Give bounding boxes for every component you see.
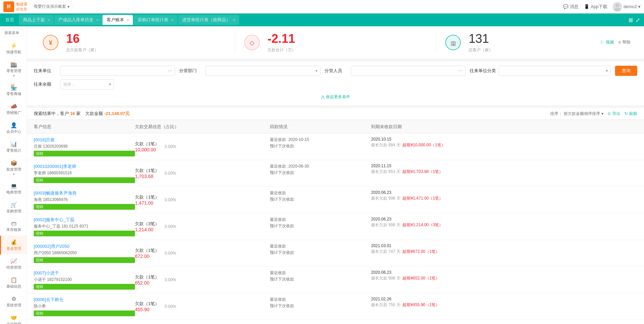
debt-amount[interactable]: 10,000.00 [135, 147, 159, 152]
tab-purchase-order[interactable]: 采购订单统计表 × [134, 15, 177, 25]
close-icon[interactable]: × [171, 18, 173, 22]
video-btn[interactable]: ▷ 视频 [600, 39, 614, 45]
overdue-days: 最长欠款 998 天 [371, 196, 401, 201]
avatar [613, 2, 622, 11]
sidebar-item-batch-mgmt[interactable]: 📦 批发管理 ▼ [0, 156, 27, 179]
debt-amount[interactable]: 1,471.00 [135, 200, 159, 206]
close-icon[interactable]: × [96, 18, 98, 22]
dept-input[interactable]: ▾ [205, 66, 320, 76]
expand-dots-icon[interactable]: ··· [458, 68, 463, 74]
sidebar-search-area [0, 26, 27, 39]
sidebar-item-purchase[interactable]: 🛒 采购管理 [0, 198, 27, 217]
industry-selector[interactable]: 母婴行业演示账套 ▾ [30, 4, 73, 9]
table-rows-container: [0016]吕俊 吕俊 13026203696 现销 欠款（1笔） 10,000… [27, 134, 644, 324]
manager-input[interactable]: ··· [351, 66, 466, 76]
customer-tag: 现销 [34, 204, 135, 210]
export-btn[interactable]: ⊙ 导出 [608, 111, 620, 117]
message-btn[interactable]: 💬 消息 [563, 4, 579, 10]
customer-name-link[interactable]: [0003]畅捷服务尹海燕 [34, 190, 135, 196]
restore-icon[interactable]: ⊠ [628, 17, 633, 23]
debt-label: 欠款（1笔） [135, 194, 159, 200]
overdue-link[interactable]: 超期¥1,471.00（1笔） [402, 196, 443, 201]
basic-info-icon: 📋 [10, 277, 17, 283]
tab-production-history[interactable]: 产成品入库单历史 × [54, 15, 102, 25]
customer-name-link[interactable]: [0006]去下粮仓 [34, 297, 135, 303]
customer-info-cell: [0006]去下粮仓 陈小希 现销 [34, 297, 135, 316]
sidebar-item-operation[interactable]: 📈 经营管理 [0, 255, 27, 273]
unit-category-input[interactable]: ▾ [499, 66, 611, 76]
refresh-btn[interactable]: ↻ 刷新 [624, 111, 637, 117]
close-icon[interactable]: × [48, 18, 50, 22]
customer-name-link[interactable]: [00010200001]李老师 [34, 164, 135, 170]
sidebar-search-input[interactable] [3, 29, 24, 36]
sidebar-item-marketing[interactable]: 📣 营销推广 [0, 100, 27, 119]
sidebar-item-retail-mgmt[interactable]: 🏬 零售管理 ▼ [0, 58, 27, 81]
debt-amount[interactable]: 1,214.00 [135, 227, 159, 232]
sidebar-item-system[interactable]: ⚙ 系统管理 [0, 292, 27, 311]
customer-name-link[interactable]: [0007]小进干 [34, 270, 135, 276]
tab-home[interactable]: 首页 [1, 15, 18, 25]
customer-contact: 小进干 18279152100 [34, 277, 135, 283]
fullscreen-icon[interactable]: ⤢ [636, 17, 640, 23]
sidebar-item-enterprise-collab[interactable]: 🤝 企业协同 [0, 311, 27, 324]
expand-dots-icon[interactable]: ··· [167, 68, 172, 74]
chevron-down-icon: ▾ [601, 111, 604, 116]
table-row: [0007]小进干 小进干 18279152100 现销 欠款（1笔） 652.… [27, 267, 644, 293]
finance-icon: 💰 [10, 239, 17, 245]
debt-amount[interactable]: 652.00 [135, 280, 159, 286]
table-row: [0002]服务中心_丁磊 服务中心_丁磊 181 0125 8371 现销 欠… [27, 213, 644, 240]
help-btn[interactable]: ⊙ 帮助 [618, 39, 631, 45]
sidebar-item-retail-mall[interactable]: 🏪 零售商城 [0, 81, 27, 100]
stat-total-customers-info: 131 总客户（家） [469, 32, 493, 53]
overdue-info-cell: 2021.03.01 最长欠款 747 天 超期¥672.00（1笔） [371, 243, 637, 263]
collapse-btn[interactable]: ⋀ 收起更多条件 [34, 93, 637, 101]
user-menu[interactable]: demo2 ▾ [613, 2, 641, 11]
tab-incoming-stats[interactable]: 进货单统计表（按商品） × [178, 15, 239, 25]
customer-info-cell: [0016]吕俊 吕俊 13026203696 现销 [34, 137, 135, 156]
sidebar-item-member[interactable]: 👤 会员中心 [0, 119, 27, 138]
search-button[interactable]: 查询 [615, 66, 637, 76]
tab-customer-account[interactable]: 客户账本 × [103, 15, 133, 25]
customer-tag: 现销 [34, 177, 135, 183]
close-icon[interactable]: × [233, 18, 235, 22]
results-actions: 排序： 排序：按欠款金额倒序排序 按欠款金额倒序排序 ▾ ⊙ 导出 ↻ 刷新 [550, 111, 637, 117]
debt-amount[interactable]: 672.00 [135, 254, 159, 259]
customer-name-link[interactable]: [000002]用户2050 [34, 243, 135, 249]
customer-contact: 吕俊 13026203696 [34, 144, 135, 149]
balance-input[interactable]: 选择... ▾ [60, 79, 114, 89]
sidebar-item-inventory[interactable]: 🗃 库存核算 [0, 217, 27, 236]
sidebar-item-basic-info[interactable]: 📋 基础信息 [0, 273, 27, 292]
debt-amount[interactable]: 1,703.68 [135, 174, 159, 179]
overdue-link[interactable]: 超期¥672.00（1笔） [402, 249, 440, 254]
last-payment-label: 最近收款 [270, 270, 371, 276]
customer-name-link[interactable]: [0002]服务中心_丁磊 [34, 217, 135, 223]
overdue-link[interactable]: 超期¥10,000.00（1笔） [402, 143, 445, 147]
tab-product-listing[interactable]: 商品上下架 × [19, 15, 54, 25]
customer-contact: 陈小希 [34, 303, 135, 309]
customer-name-link[interactable]: [0016]吕俊 [34, 137, 135, 143]
payment-info-cell: 最近收款 预计下次收款 [270, 270, 371, 290]
overdue-link[interactable]: 超期¥652.00（1笔） [402, 276, 440, 281]
sidebar-item-ecommerce[interactable]: 💻 电商管理 [0, 179, 27, 198]
svg-text:¥: ¥ [49, 39, 52, 46]
stat-total-customers: 🏢 131 总客户（家） ▷ 视频 ⊙ 帮助 [436, 32, 637, 53]
last-payment-label: 最近收款 [270, 297, 371, 302]
svg-point-0 [615, 3, 619, 7]
overdue-link[interactable]: 超期¥1,703.68（1笔） [402, 169, 443, 174]
overdue-link[interactable]: 超期¥455.90（1笔） [402, 302, 440, 307]
sort-select[interactable]: 排序： 排序：按欠款金额倒序排序 按欠款金额倒序排序 ▾ [550, 111, 604, 117]
debt-amount[interactable]: 455.90 [135, 307, 159, 312]
stat-debt-customers-label: 总欠款客户（家） [66, 47, 99, 53]
sidebar-item-finance[interactable]: 💰 资金管理 [0, 236, 27, 255]
filter-row-1: 往来单位 ··· 分管部门 ▾ 分管人员 [34, 66, 637, 76]
customer-info-cell: [0007]小进干 小进干 18279152100 现销 [34, 270, 135, 290]
sidebar-item-quick-nav[interactable]: ⚡ 快捷导航 [0, 39, 27, 58]
sidebar-item-retail-stats[interactable]: 📊 零售统计 [0, 138, 27, 156]
overdue-link[interactable]: 超期¥1,214.00（3笔） [402, 223, 443, 227]
app-download-btn[interactable]: 📱 App下载 [584, 4, 607, 10]
table-row: [0003]畅捷服务尹海燕 海燕 18513066976 现销 欠款（1笔） 1… [27, 187, 644, 213]
debt-info-cell: 欠款（1笔） 10,000.00 0.00% [135, 137, 270, 156]
close-icon[interactable]: × [127, 18, 129, 22]
debt-label: 欠款（1笔） [135, 168, 159, 174]
source-unit-input[interactable]: ··· [60, 66, 175, 76]
